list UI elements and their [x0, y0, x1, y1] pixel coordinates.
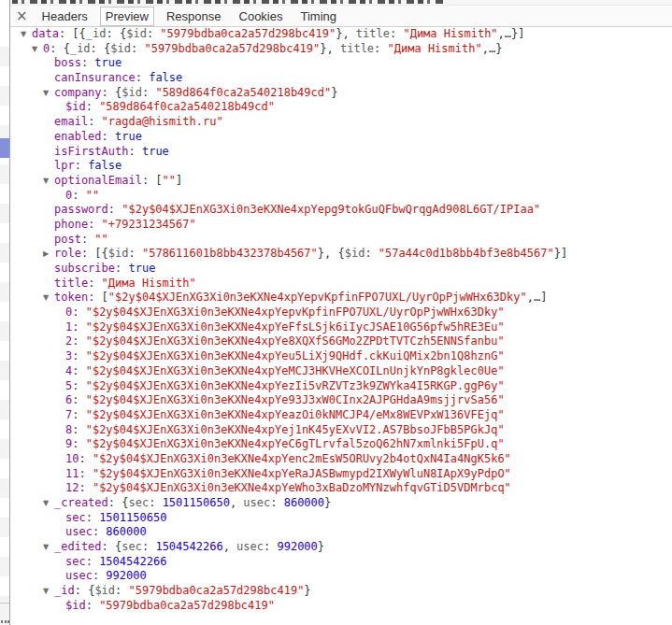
tree-row[interactable]: ▼optionalEmail: [""] [11, 174, 672, 189]
tree-row[interactable]: 1: "$2y$04$XJEnXG3Xi0n3eKXNe4xpYeFfsLSjk… [11, 320, 672, 335]
tree-row[interactable]: 0: "$2y$04$XJEnXG3Xi0n3eKXNe4xpYepvKpfin… [11, 305, 672, 320]
tree-row[interactable]: $id: "589d864f0ca2a540218b49cd" [11, 100, 672, 115]
expand-arrow-down-icon[interactable]: ▼ [43, 86, 54, 101]
string-value: "$2y$04$XJEnXG3Xi0n3eKXNe4xpYepg9tokGuQF… [122, 203, 540, 216]
tree-row[interactable]: usec: 860000 [11, 525, 672, 540]
punctuation: : [88, 115, 101, 128]
string-value: "ragda@hismith.ru" [102, 115, 223, 128]
tree-row[interactable]: 2: "$2y$04$XJEnXG3Xi0n3eKXNe4xpYe8XQXfS6… [11, 334, 672, 349]
tree-row[interactable]: ▼0: {_id: {$id: "5979bdba0ca2a57d298bc41… [11, 42, 672, 57]
tree-row[interactable]: ▼data: [{_id: {$id: "5979bdba0ca2a57d298… [11, 27, 672, 42]
tree-row[interactable]: subscribe: true [11, 262, 672, 277]
boolean-value: false [149, 71, 182, 84]
punctuation: : [270, 496, 283, 509]
json-key: 11 [65, 467, 79, 480]
expand-arrow-down-icon[interactable]: ▼ [43, 584, 54, 599]
tree-row[interactable]: sec: 1504542266 [11, 555, 672, 570]
tab-timing[interactable]: Timing [294, 7, 342, 26]
tree-row[interactable]: password: "$2y$04$XJEnXG3Xi0n3eKXNe4xpYe… [11, 203, 672, 218]
string-value: "$2y$04$XJEnXG3Xi0n3eKXNe4xpYeWho3xBaDzo… [93, 481, 511, 494]
expand-arrow-down-icon[interactable]: ▼ [43, 540, 54, 555]
string-value: "589d864f0ca2a540218b49cd" [99, 100, 275, 113]
tree-row[interactable]: ▼_edited: {sec: 1504542266, usec: 992000… [11, 540, 672, 555]
punctuation: : [93, 569, 106, 582]
tree-row[interactable]: ▶role: [{$id: "578611601b8bb432378b4567"… [11, 247, 672, 262]
tree-row[interactable]: 0: "" [11, 189, 672, 204]
punctuation: , [230, 496, 243, 509]
tree-row[interactable]: 6: "$2y$04$XJEnXG3Xi0n3eKXNe4xpYe93J3xW0… [11, 393, 672, 408]
punctuation: : { [108, 496, 129, 509]
punctuation: : { [107, 27, 127, 40]
summary-key: $id [108, 247, 129, 260]
tree-row[interactable]: 9: "$2y$04$XJEnXG3Xi0n3eKXNe4xpYeC6gTLrv… [11, 437, 672, 452]
tree-row[interactable]: 5: "$2y$04$XJEnXG3Xi0n3eKXNe4xpYezIi5vRZ… [11, 379, 672, 394]
string-value: "$2y$04$XJEnXG3Xi0n3eKXNe4xpYeC6gTLrvfal… [86, 437, 505, 450]
tree-row[interactable]: ▼_created: {sec: 1501150650, usec: 86000… [11, 496, 672, 511]
tree-row[interactable]: ▼_id: {$id: "5979bdba0ca2a57d298bc419"} [11, 584, 672, 599]
punctuation: : [72, 364, 85, 377]
number-value: 1501150650 [99, 511, 166, 524]
expand-arrow-right-icon[interactable]: ▶ [43, 247, 54, 262]
tree-row[interactable]: post: "" [11, 233, 672, 248]
expand-arrow-down-icon[interactable]: ▼ [21, 27, 32, 42]
tree-row[interactable]: phone: "+79231234567" [11, 218, 672, 233]
tree-row[interactable]: 11: "$2y$04$XJEnXG3Xi0n3eKXNe4xpYeRaJASB… [11, 467, 672, 482]
tree-row[interactable]: $id: "5979bdba0ca2a57d298bc419" [11, 599, 672, 614]
tab-preview[interactable]: Preview [100, 7, 154, 26]
json-key: enabled [54, 130, 102, 143]
number-value: 1504542266 [99, 555, 166, 568]
punctuation: : [129, 247, 142, 260]
json-key: title [54, 277, 88, 290]
tab-cookies[interactable]: Cookies [234, 7, 289, 26]
json-key: isFirstAuth [54, 145, 128, 158]
tree-row[interactable]: 8: "$2y$04$XJEnXG3Xi0n3eKXNe4xpYej1nK45y… [11, 423, 672, 438]
tree-row[interactable]: title: "Дима Hismith" [11, 277, 672, 291]
summary-text-fragment [1, 620, 3, 623]
tree-row[interactable]: 7: "$2y$04$XJEnXG3Xi0n3eKXNe4xpYeazOi0kN… [11, 408, 672, 423]
tree-row[interactable]: canInsurance: false [11, 71, 672, 86]
tab-headers[interactable]: Headers [36, 7, 93, 26]
summary-key: $id [110, 42, 131, 55]
tree-row[interactable]: ▼token: ["$2y$04$XJEnXG3Xi0n3eKXNe4xpYep… [11, 291, 672, 305]
tree-row[interactable]: lpr: false [11, 159, 672, 174]
tree-row[interactable]: isFirstAuth: true [11, 145, 672, 160]
punctuation: : [390, 27, 403, 40]
tree-row[interactable]: boss: true [11, 56, 672, 71]
json-key: boss [54, 56, 81, 69]
summary-key: $id [126, 27, 147, 40]
tree-row[interactable]: 10: "$2y$04$XJEnXG3Xi0n3eKXNe4xpYenc2mEs… [11, 452, 672, 467]
punctuation: }] [554, 247, 567, 260]
expand-arrow-down-icon[interactable]: ▼ [32, 42, 43, 57]
punctuation: ] [176, 174, 182, 187]
tree-row[interactable]: email: "ragda@hismith.ru" [11, 115, 672, 130]
punctuation: : [115, 262, 128, 275]
request-list-rows[interactable] [0, 27, 9, 603]
json-key: subscribe [54, 262, 115, 275]
punctuation: : [102, 130, 115, 143]
expand-arrow-down-icon[interactable]: ▼ [43, 291, 54, 305]
punctuation: : [{ [59, 27, 86, 40]
expand-arrow-down-icon[interactable]: ▼ [43, 496, 54, 511]
tree-row[interactable]: 3: "$2y$04$XJEnXG3Xi0n3eKXNe4xpYeu5LiXj9… [11, 349, 672, 364]
close-icon[interactable]: × [16, 9, 28, 23]
tree-row[interactable]: ▼company: {$id: "589d864f0ca2a540218b49c… [11, 86, 672, 101]
json-key: role [54, 247, 81, 260]
tab-response[interactable]: Response [161, 7, 227, 26]
string-value: "$2y$04$XJEnXG3Xi0n3eKXNe4xpYenc2mEsW5OR… [93, 452, 511, 465]
tree-row[interactable]: 4: "$2y$04$XJEnXG3Xi0n3eKXNe4xpYeMCJ3HKV… [11, 364, 672, 379]
string-value: "5979bdba0ca2a57d298bc419" [129, 584, 305, 597]
tree-row[interactable]: sec: 1501150650 [11, 511, 672, 526]
expand-arrow-down-icon[interactable]: ▼ [43, 174, 54, 189]
selected-request-row[interactable] [0, 138, 9, 158]
string-value: "$2y$04$XJEnXG3Xi0n3eKXNe4xpYeu5LiXj9QHd… [86, 349, 505, 362]
string-value: "589d864f0ca2a540218b49cd" [155, 86, 331, 99]
string-value: "$2y$04$XJEnXG3Xi0n3eKXNe4xpYezIi5vRZVTz… [86, 379, 505, 392]
boolean-value: true [128, 262, 155, 275]
punctuation: : [86, 100, 99, 113]
tree-row[interactable]: enabled: true [11, 130, 672, 145]
json-key: $id [65, 100, 86, 113]
tree-row[interactable]: 12: "$2y$04$XJEnXG3Xi0n3eKXNe4xpYeWho3xB… [11, 481, 672, 496]
clipped-text-fragment [12, 0, 444, 4]
tree-row[interactable]: usec: 992000 [11, 569, 672, 584]
json-key: phone [54, 218, 88, 231]
